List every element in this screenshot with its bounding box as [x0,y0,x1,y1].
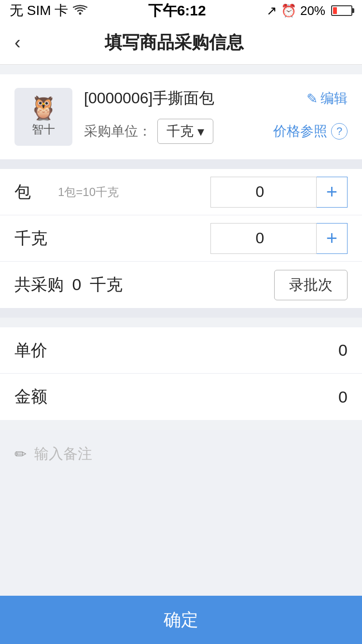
unit-label: 采购单位： [84,122,152,140]
summary-amount: 0 [72,275,81,294]
note-placeholder: 输入备注 [34,444,92,464]
battery-percent: 20% [300,3,325,18]
bag-label: 包 [14,181,53,203]
info-icon: ? [331,123,348,140]
unit-selector-group: 采购单位： 千克 ▾ [84,119,213,144]
amount-label: 金额 [14,386,47,408]
battery-icon [331,5,352,16]
location-icon: ↗ [266,3,277,18]
summary-prefix: 共采购 [14,275,64,294]
amount-row: 金额 0 [0,374,362,420]
unit-dropdown[interactable]: 千克 ▾ [157,119,213,144]
status-left: 无 SIM 卡 [10,1,87,20]
edit-icon: ✎ [306,91,318,107]
brand-text: 智十 [32,122,55,137]
carrier-text: 无 SIM 卡 [10,1,68,20]
section-divider-2 [0,308,362,318]
product-name-row: [0000006]手撕面包 ✎ 编辑 [84,88,348,109]
product-info: [0000006]手撕面包 ✎ 编辑 采购单位： 千克 ▾ 价格参照 ? [84,88,348,144]
product-owl-icon: 🦉 [29,97,58,120]
section-divider-1 [0,159,362,169]
bag-input-control: + [210,177,348,208]
amount-value: 0 [338,388,348,406]
quantity-section: 包 1包=10千克 + 千克 + 共采购 0 千克 录批次 [0,169,362,308]
kg-input-control: + [210,223,348,254]
note-section[interactable]: ✏ 输入备注 [0,430,362,478]
status-bar: 无 SIM 卡 下午6:12 ↗ ⏰ 20% [0,0,362,21]
edit-button[interactable]: ✎ 编辑 [306,89,348,108]
product-card: 🦉 智十 [0000006]手撕面包 ✎ 编辑 采购单位： 千克 ▾ 价格参照 … [0,74,362,159]
status-time: 下午6:12 [148,1,206,21]
summary-row: 共采购 0 千克 录批次 [0,262,362,308]
wifi-icon [73,3,87,18]
bag-plus-button[interactable]: + [317,177,348,208]
kg-input-row: 千克 + [0,215,362,262]
unit-price-label: 单价 [14,339,47,362]
confirm-button[interactable]: 确定 [0,596,362,644]
nav-bar: ‹ 填写商品采购信息 [0,21,362,65]
page-title: 填写商品采购信息 [30,31,319,55]
summary-unit: 千克 [90,275,123,294]
product-image: 🦉 智十 [14,88,72,146]
bag-quantity-input[interactable] [210,177,317,208]
unit-price-row: 单价 0 [0,327,362,374]
kg-quantity-input[interactable] [210,223,317,254]
unit-value: 千克 [167,122,194,140]
back-button[interactable]: ‹ [14,32,21,53]
price-ref-label: 价格参照 [273,122,327,140]
unit-price-value: 0 [338,341,348,360]
pencil-icon: ✏ [14,446,27,462]
chevron-down-icon: ▾ [197,124,204,140]
price-ref-button[interactable]: 价格参照 ? [273,122,348,140]
product-name: [0000006]手撕面包 [84,88,214,109]
confirm-label: 确定 [164,608,198,632]
bag-sublabel: 1包=10千克 [58,184,119,200]
bag-input-row: 包 1包=10千克 + [0,169,362,215]
alarm-icon: ⏰ [281,3,296,18]
record-batch-button[interactable]: 录批次 [274,270,348,300]
summary-text: 共采购 0 千克 [14,274,123,296]
unit-row: 采购单位： 千克 ▾ 价格参照 ? [84,119,348,144]
kg-label: 千克 [14,227,53,250]
svg-point-0 [79,13,82,15]
edit-label: 编辑 [320,89,348,108]
status-right: ↗ ⏰ 20% [266,3,352,18]
kg-plus-button[interactable]: + [317,223,348,254]
price-section: 单价 0 金额 0 [0,327,362,420]
